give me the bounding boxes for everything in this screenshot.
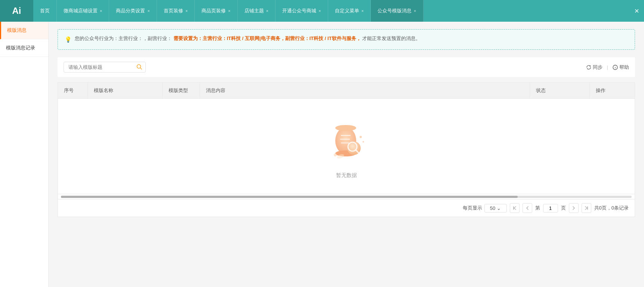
search-bar: 同步 | ? 帮助 — [58, 57, 635, 77]
nav-tab-home-decoration[interactable]: 首页装修 × — [157, 0, 195, 22]
nav-tab-product-decoration[interactable]: 商品页装修 × — [195, 0, 237, 22]
nav-tabs: 首页 微商城店铺设置 × 商品分类设置 × 首页装修 × 商品页装修 × 店铺主… — [33, 0, 629, 22]
close-tab-open-mall[interactable]: × — [318, 9, 321, 13]
col-header-content: 消息内容 — [200, 83, 530, 98]
nav-tab-category-settings[interactable]: 商品分类设置 × — [109, 0, 157, 22]
close-all-tabs-button[interactable]: ✕ — [629, 0, 644, 22]
page-size-select[interactable]: 50 ⌄ — [484, 204, 507, 213]
notice-box: 💡 您的公众号行业为：主营行业：，副营行业： 需要设置为：主营行业：IT科技 /… — [58, 29, 635, 50]
sidebar: 模版消息 模版消息记录 — [0, 22, 49, 287]
svg-point-5 — [335, 125, 356, 131]
close-tab-custom-menu[interactable]: × — [361, 9, 364, 13]
col-header-status: 状态 — [530, 83, 590, 98]
app-logo: Ai — [0, 0, 33, 22]
chevron-down-icon: ⌄ — [497, 205, 501, 211]
close-tab-template-msg[interactable]: × — [414, 9, 416, 13]
nav-tab-shop-settings[interactable]: 微商城店铺设置 × — [57, 0, 109, 22]
sidebar-item-template-msg-records[interactable]: 模版消息记录 — [0, 39, 48, 57]
table-header: 序号 模版名称 模版类型 消息内容 状态 操作 — [58, 82, 635, 98]
col-header-action: 操作 — [590, 83, 635, 98]
empty-text: 暂无数据 — [336, 172, 357, 179]
horizontal-scrollbar[interactable] — [58, 194, 635, 199]
nav-tab-open-mall[interactable]: 开通公众号商城 × — [275, 0, 328, 22]
search-input-wrap — [64, 62, 146, 73]
sidebar-item-template-msg[interactable]: 模版消息 — [0, 22, 48, 39]
first-page-button[interactable] — [510, 203, 520, 213]
col-header-type: 模版类型 — [163, 83, 200, 98]
help-button[interactable]: ? 帮助 — [613, 64, 629, 71]
svg-point-15 — [334, 153, 337, 156]
close-tab-product-decoration[interactable]: × — [228, 9, 230, 13]
page-total: 共0页，0条记录 — [594, 205, 629, 211]
content-area: 💡 您的公众号行业为：主营行业：，副营行业： 需要设置为：主营行业：IT科技 /… — [49, 22, 644, 287]
close-tab-home-decoration[interactable]: × — [185, 9, 188, 13]
sync-button[interactable]: 同步 — [586, 64, 603, 71]
nav-tab-home[interactable]: 首页 — [33, 0, 57, 22]
search-left — [64, 62, 146, 73]
prev-page-button[interactable] — [523, 203, 532, 213]
close-tab-category-settings[interactable]: × — [147, 9, 150, 13]
empty-illustration — [324, 121, 369, 166]
close-tab-shop-settings[interactable]: × — [100, 9, 102, 13]
last-page-button[interactable] — [582, 203, 591, 213]
page-number-input[interactable] — [543, 204, 558, 213]
next-page-button[interactable] — [569, 203, 579, 213]
col-header-index: 序号 — [58, 83, 88, 98]
svg-text:?: ? — [614, 66, 616, 70]
nav-tab-custom-menu[interactable]: 自定义菜单 × — [328, 0, 371, 22]
main-layout: 模版消息 模版消息记录 💡 您的公众号行业为：主营行业：，副营行业： 需要设置为… — [0, 22, 644, 287]
search-right: 同步 | ? 帮助 — [586, 64, 629, 71]
svg-point-14 — [363, 141, 364, 143]
divider: | — [607, 64, 608, 70]
notice-icon: 💡 — [65, 35, 72, 44]
svg-line-1 — [141, 68, 142, 69]
search-input[interactable] — [64, 62, 146, 73]
empty-state: 暂无数据 — [58, 98, 635, 194]
top-nav: Ai 首页 微商城店铺设置 × 商品分类设置 × 首页装修 × 商品页装修 × … — [0, 0, 644, 22]
scrollbar-thumb — [61, 196, 518, 198]
data-table: 序号 模版名称 模版类型 消息内容 状态 操作 — [58, 82, 635, 217]
close-tab-store-theme[interactable]: × — [266, 9, 268, 13]
nav-tab-template-msg[interactable]: 公众号模版消息 × — [371, 0, 423, 22]
pagination-bar: 每页显示 50 ⌄ 第 页 — [58, 199, 635, 217]
nav-tab-store-theme[interactable]: 店铺主题 × — [238, 0, 275, 22]
page-size-wrap: 每页显示 50 ⌄ — [463, 204, 507, 213]
svg-point-13 — [360, 136, 362, 138]
scrollbar-track — [61, 196, 632, 198]
search-icon-button[interactable] — [136, 64, 142, 71]
col-header-name: 模版名称 — [88, 83, 163, 98]
